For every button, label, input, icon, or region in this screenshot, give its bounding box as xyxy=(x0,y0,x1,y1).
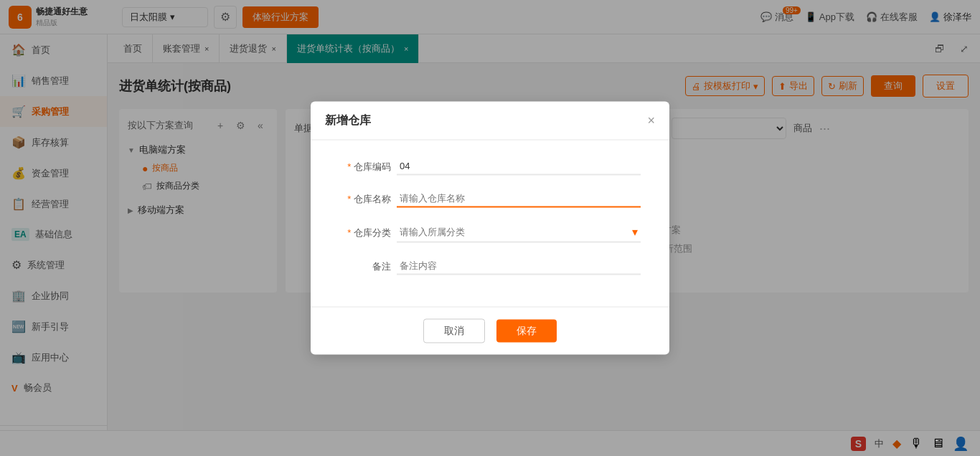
note-input[interactable] xyxy=(397,257,641,275)
modal-footer: 取消 保存 xyxy=(311,307,669,355)
form-row-code: 仓库编码 xyxy=(339,158,641,176)
form-row-category: 仓库分类 ▾ xyxy=(339,222,641,243)
form-row-name: 仓库名称 xyxy=(339,190,641,208)
modal-body: 仓库编码 仓库名称 仓库分类 ▾ 备注 xyxy=(311,141,669,307)
new-warehouse-modal: 新增仓库 × 仓库编码 仓库名称 仓库分类 ▾ 备注 取消 保存 xyxy=(311,102,669,355)
modal-header: 新增仓库 × xyxy=(311,102,669,141)
code-input[interactable] xyxy=(397,158,641,176)
category-select[interactable] xyxy=(400,227,632,237)
category-select-wrap[interactable]: ▾ xyxy=(397,222,641,243)
note-label: 备注 xyxy=(339,260,397,272)
name-label: 仓库名称 xyxy=(339,192,397,205)
category-label: 仓库分类 xyxy=(339,226,397,239)
save-button[interactable]: 保存 xyxy=(496,320,557,343)
modal-title: 新增仓库 xyxy=(325,113,371,128)
cancel-button[interactable]: 取消 xyxy=(423,319,485,343)
modal-close-button[interactable]: × xyxy=(647,113,655,128)
category-dropdown-icon: ▾ xyxy=(632,225,638,239)
form-row-note: 备注 xyxy=(339,257,641,275)
name-input[interactable] xyxy=(397,190,641,208)
code-label: 仓库编码 xyxy=(339,160,397,173)
